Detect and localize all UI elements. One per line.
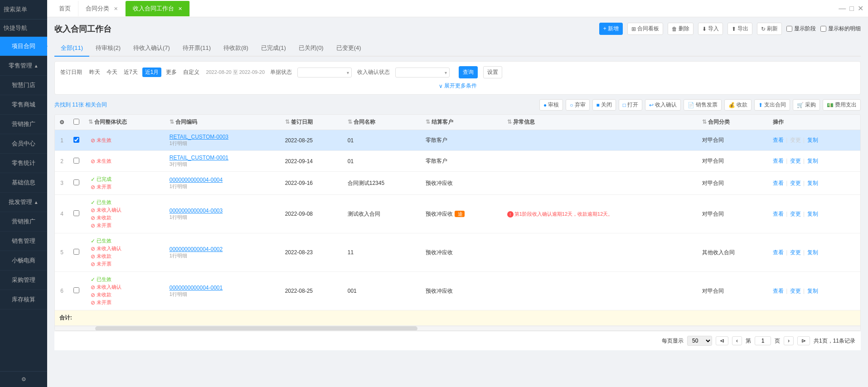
status-tab-completed[interactable]: 已完成(1) <box>255 40 292 57</box>
op-btn-change[interactable]: 变更 <box>790 158 801 164</box>
op-btn-change[interactable]: 变更 <box>790 180 801 186</box>
op-btn-view[interactable]: 查看 <box>773 288 784 294</box>
tab-home[interactable]: 首页 <box>52 1 78 16</box>
sidebar-item-retail-mall[interactable]: 零售商城 <box>0 95 47 115</box>
sidebar-item-smart-shop[interactable]: 智慧门店 <box>0 76 47 95</box>
next-page-btn[interactable]: › <box>784 336 794 345</box>
page-number-input[interactable] <box>755 336 771 345</box>
sidebar-item-xiaochang[interactable]: 小畅电商 <box>0 251 47 271</box>
contract-code-link[interactable]: 0000000000004-0003 <box>170 208 223 214</box>
status-tab-pending-payment[interactable]: 待收款(8) <box>217 40 255 57</box>
op-btn-view[interactable]: 查看 <box>773 158 784 164</box>
op-btn-copy[interactable]: 复制 <box>807 137 818 143</box>
confirm-status-select[interactable] <box>395 68 450 77</box>
import-button[interactable]: ⬇ 导入 <box>698 23 723 35</box>
date-btn-more[interactable]: 更多 <box>164 68 179 77</box>
tab-close-contract-cat[interactable]: ✕ <box>114 6 118 11</box>
op-btn-view[interactable]: 查看 <box>773 137 784 143</box>
sidebar-quick-nav[interactable]: 快捷导航 <box>0 19 47 37</box>
row-checkbox[interactable] <box>73 287 79 293</box>
sidebar-item-retail-stat[interactable]: 零售统计 <box>0 154 47 173</box>
maximize-btn[interactable]: □ <box>849 5 854 13</box>
minimize-btn[interactable]: — <box>839 5 846 13</box>
row-checkbox[interactable] <box>73 249 79 255</box>
row-checkbox[interactable] <box>73 210 79 216</box>
delete-button[interactable]: 🗑 删除 <box>668 23 693 35</box>
op-btn-view[interactable]: 查看 <box>773 249 784 256</box>
query-button[interactable]: 查询 <box>459 66 478 78</box>
op-btn-change[interactable]: 变更 <box>790 288 801 294</box>
first-page-btn[interactable]: ⊲ <box>716 336 728 345</box>
page-size-select[interactable]: 50 100 200 <box>687 336 712 346</box>
col-settings[interactable]: ⚙ <box>55 115 69 130</box>
op-btn-copy[interactable]: 复制 <box>807 158 818 164</box>
status-tab-pending-invoice[interactable]: 待开票(11) <box>176 40 217 57</box>
open-btn[interactable]: □ 打开 <box>619 99 642 111</box>
purchase-btn[interactable]: 🛒 采购 <box>793 99 820 111</box>
contract-code-link[interactable]: 0000000000004-0004 <box>170 177 223 183</box>
prev-page-btn[interactable]: ‹ <box>732 336 742 345</box>
status-tab-pending-confirm[interactable]: 待收入确认(7) <box>127 40 176 57</box>
kanban-button[interactable]: ⊞ 合同看板 <box>627 23 663 35</box>
date-btn-today[interactable]: 今天 <box>105 68 119 77</box>
op-btn-view[interactable]: 查看 <box>773 180 784 186</box>
op-btn-copy[interactable]: 复制 <box>807 211 818 217</box>
payment-btn[interactable]: 💰 收款 <box>724 99 752 111</box>
sales-invoice-btn[interactable]: 📄 销售发票 <box>684 99 722 111</box>
op-btn-copy[interactable]: 复制 <box>807 180 818 186</box>
sidebar-item-wholesale-mgmt[interactable]: 批发管理 ▲ <box>0 193 47 212</box>
op-btn-view[interactable]: 查看 <box>773 211 784 217</box>
op-btn-copy[interactable]: 复制 <box>807 249 818 256</box>
last-page-btn[interactable]: ⊳ <box>797 336 810 345</box>
settings-filter-button[interactable]: 设置 <box>483 66 502 78</box>
sidebar-item-marketing[interactable]: 营销推广 <box>0 115 47 134</box>
status-tab-pending-audit[interactable]: 待审核(2) <box>89 40 127 57</box>
date-btn-1month[interactable]: 近1月 <box>142 68 162 77</box>
sidebar-item-base-info[interactable]: 基础信息 <box>0 173 47 193</box>
close-btn[interactable]: ■ 关闭 <box>592 99 616 111</box>
status-tab-changed[interactable]: 已变更(4) <box>330 40 368 57</box>
status-tab-closed[interactable]: 已关闭(0) <box>292 40 330 57</box>
expand-more-btn[interactable]: ∨ 展开更多条件 <box>439 82 477 90</box>
row-checkbox[interactable] <box>73 179 79 185</box>
sidebar-item-project[interactable]: 项目合同 <box>0 37 47 56</box>
add-button[interactable]: + 新增 <box>599 23 623 35</box>
cost-out-btn[interactable]: ⬆ 支出合同 <box>754 99 790 111</box>
select-all-checkbox[interactable] <box>73 119 79 125</box>
scroll-thumb[interactable] <box>95 326 417 331</box>
sidebar-search[interactable]: 搜索菜单 <box>0 0 47 19</box>
date-btn-custom[interactable]: 自定义 <box>181 68 201 77</box>
date-btn-yesterday[interactable]: 昨天 <box>87 68 102 77</box>
export-button[interactable]: ⬆ 导出 <box>727 23 752 35</box>
sidebar-item-purchase-mgmt[interactable]: 采购管理 <box>0 271 47 290</box>
sidebar-item-retail-mgmt[interactable]: 零售管理 ▲ <box>0 56 47 76</box>
date-btn-7days[interactable]: 近7天 <box>122 68 140 77</box>
expense-btn[interactable]: 💵 费用支出 <box>823 99 861 111</box>
doc-status-select[interactable] <box>297 68 352 77</box>
contract-code-link[interactable]: 0000000000004-0001 <box>170 285 223 291</box>
op-btn-change[interactable]: 变更 <box>790 211 801 217</box>
refresh-button[interactable]: ↻ 刷新 <box>757 23 782 35</box>
sidebar-item-sales-mgmt[interactable]: 销售管理 <box>0 232 47 251</box>
tab-contract-cat[interactable]: 合同分类 ✕ <box>78 1 126 16</box>
op-btn-change[interactable]: 变更 <box>790 249 801 256</box>
show-fields-check[interactable]: 显示阶段 <box>786 25 816 33</box>
row-checkbox[interactable] <box>73 137 79 143</box>
warning-icon[interactable]: 途 <box>455 211 465 217</box>
table-scroll-bar[interactable] <box>55 326 860 330</box>
show-fields-input[interactable] <box>786 26 792 32</box>
abandon-btn[interactable]: ○ 弃审 <box>566 99 589 111</box>
tab-income-workbench[interactable]: 收入合同工作台 ✕ <box>126 1 190 16</box>
close-btn[interactable]: ✕ <box>858 4 863 13</box>
sidebar-item-member[interactable]: 会员中心 <box>0 134 47 154</box>
status-tab-all[interactable]: 全部(11) <box>54 40 89 57</box>
sidebar-item-marketing2[interactable]: 营销推广 <box>0 212 47 232</box>
contract-code-link[interactable]: RETAIL_CUSTOM-0003 <box>170 134 228 140</box>
contract-code-link[interactable]: 0000000000004-0002 <box>170 246 223 252</box>
contract-code-link[interactable]: RETAIL_CUSTOM-0001 <box>170 155 228 161</box>
tab-close-income[interactable]: ✕ <box>178 6 182 11</box>
income-confirm-btn[interactable]: ↩ 收入确认 <box>645 99 681 111</box>
sidebar-settings[interactable]: ⚙ <box>0 371 47 387</box>
sidebar-item-stock-calc[interactable]: 库存核算 <box>0 290 47 310</box>
audit-btn[interactable]: ● 审核 <box>539 99 563 111</box>
